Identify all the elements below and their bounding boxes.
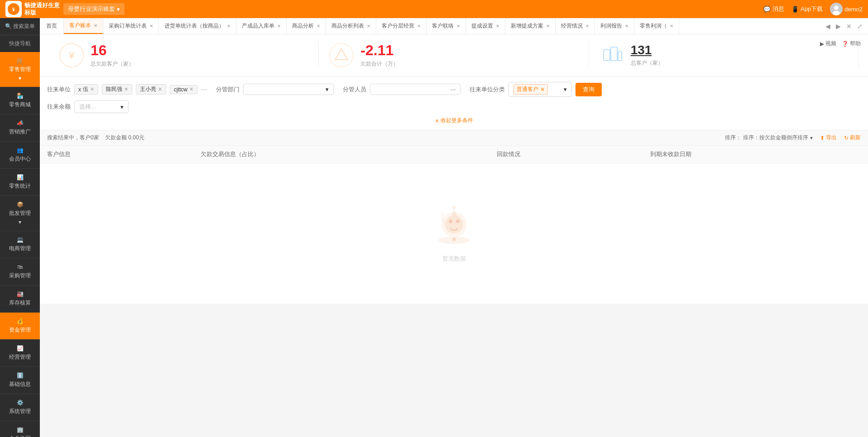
unit-type-selected-tag: 普通客户 ✕ — [513, 84, 548, 95]
tab-retail-profit[interactable]: 零售利润（ ✕ — [634, 18, 679, 34]
export-btn[interactable]: ⬆ 导出 — [820, 134, 837, 142]
tab-profit-report[interactable]: 利润报告 ✕ — [595, 18, 634, 34]
stat-total-debt-customers: 16 — [91, 43, 134, 58]
tab-close-1[interactable]: ✕ — [149, 24, 153, 28]
unit-type-tag-close[interactable]: ✕ — [540, 86, 545, 93]
tab-close-4[interactable]: ✕ — [317, 24, 320, 28]
avatar — [830, 3, 843, 15]
store-select[interactable]: 母婴行业演示账套 ▾ — [63, 3, 125, 15]
tab-close-10[interactable]: ✕ — [585, 24, 589, 28]
tab-product-analysis-list[interactable]: 商品分析列表 ✕ — [326, 18, 376, 34]
home-label: 首页 — [46, 22, 57, 30]
tab-close-11[interactable]: ✕ — [625, 24, 628, 28]
empty-icon — [432, 204, 477, 249]
refresh-icon: ↻ — [844, 135, 849, 141]
tab-home[interactable]: 首页 — [40, 18, 64, 34]
sidebar-item-ecommerce[interactable]: 💻 电商管理 — [0, 231, 40, 258]
unit-type-select[interactable]: 普通客户 ✕ ▾ — [508, 82, 572, 97]
sort-select[interactable]: 排序： 排序：按欠款金额倒序排序 ▾ — [725, 134, 813, 142]
tab-purchase-order-stats[interactable]: 采购订单统计表 ✕ — [103, 18, 159, 34]
empty-text: 暂无数据 — [442, 255, 466, 263]
sidebar-item-purchase-mgmt[interactable]: 🛍 采购管理 — [0, 258, 40, 285]
tab-purchase-stats-product[interactable]: 进货单统计表（按商品） ✕ — [159, 18, 236, 34]
tab-commission-settings[interactable]: 提成设置 ✕ — [466, 18, 505, 34]
sidebar-item-enterprise[interactable]: 🏢 企业协同 — [0, 421, 40, 437]
tab-close-12[interactable]: ✕ — [670, 24, 673, 28]
filter-more-btn[interactable]: ··· — [201, 86, 207, 94]
tab-scroll-right[interactable]: ▶ — [834, 22, 843, 31]
sort-label: 排序： — [725, 134, 741, 142]
collapse-btn[interactable]: ∧ 收起更多条件 — [435, 117, 473, 124]
members-icon: 👥 — [17, 147, 24, 153]
retail-mall-icon: 🏪 — [17, 93, 24, 99]
dropdown-icon: ▾ — [117, 6, 120, 13]
tab-close-8[interactable]: ✕ — [496, 24, 499, 28]
refresh-btn[interactable]: ↻ 刷新 — [844, 134, 861, 142]
tab-business-status[interactable]: 经营情况 ✕ — [556, 18, 595, 34]
marketing-icon: 📣 — [17, 120, 24, 126]
sidebar-item-system-mgmt[interactable]: ⚙️ 系统管理 — [0, 394, 40, 421]
sidebar-item-retail-mgmt[interactable]: 🛒 零售管理 ▾ — [0, 52, 40, 87]
tab-add-commission-plan[interactable]: 新增提成方案 ✕ — [505, 18, 556, 34]
remain-select[interactable]: 选择... ▾ — [74, 100, 129, 113]
sidebar-item-inventory[interactable]: 🏭 库存核算 — [0, 285, 40, 313]
filter-tag-close-3[interactable]: ✕ — [189, 86, 193, 92]
tab-customer-ledger[interactable]: 客户账本 ✕ — [64, 18, 103, 34]
tab-customer-contact[interactable]: 客户联络 ✕ — [427, 18, 466, 34]
system-icon: ⚙️ — [17, 399, 24, 406]
sidebar-item-retail-mall[interactable]: 🏪 零售商城 — [0, 87, 40, 114]
tab-close-7[interactable]: ✕ — [456, 24, 460, 28]
sidebar-item-members[interactable]: 👥 会员中心 — [0, 142, 40, 169]
sidebar-search[interactable]: 🔍 搜索菜单 — [0, 18, 40, 35]
sidebar-item-wholesale-mgmt[interactable]: 📦 批发管理 ▾ — [0, 196, 40, 231]
filter-tag-close-0[interactable]: ✕ — [90, 86, 94, 92]
logo-icon: ¥ — [5, 1, 22, 17]
tab-product-analysis[interactable]: 商品分析 ✕ — [287, 18, 326, 34]
customers-icon: ¥ — [58, 42, 85, 69]
stat-block-debt: -2.11 欠款合计（万） — [319, 42, 589, 69]
sidebar-quick-nav[interactable]: 快捷导航 — [0, 35, 40, 52]
tab-close-all[interactable]: ✕ — [844, 22, 854, 31]
tab-close-6[interactable]: ✕ — [417, 24, 421, 28]
svg-text:¥: ¥ — [68, 50, 75, 61]
sidebar-item-finance[interactable]: 💰 资金管理 — [0, 313, 40, 340]
sidebar-item-business-mgmt[interactable]: 📈 经营管理 — [0, 340, 40, 367]
search-button[interactable]: 查询 — [575, 83, 602, 96]
tab-maximize[interactable]: ⤢ — [855, 22, 864, 31]
stat-block-total-customers: 131 总客户（家） — [589, 42, 859, 69]
tab-product-instock[interactable]: 产成品入库单 ✕ — [236, 18, 287, 34]
app-download-btn[interactable]: 📱 App下载 — [791, 5, 823, 13]
dept-select[interactable]: ▾ — [243, 84, 334, 95]
tab-close-5[interactable]: ✕ — [367, 24, 370, 28]
logo: ¥ 畅捷通好生意 标版 — [5, 1, 60, 17]
tab-close-2[interactable]: ✕ — [227, 24, 230, 28]
ecommerce-icon: 💻 — [17, 237, 24, 243]
tab-customer-layer[interactable]: 客户分层经营 ✕ — [376, 18, 427, 34]
user-menu[interactable]: demo2 — [830, 3, 863, 15]
tab-bar: 首页 客户账本 ✕ 采购订单统计表 ✕ 进货单统计表（按商品） ✕ 产成品入库单… — [40, 18, 868, 34]
filter-tag-close-2[interactable]: ✕ — [158, 86, 162, 92]
sidebar-item-retail-stats[interactable]: 📊 零售统计 — [0, 169, 40, 196]
retail-stats-icon: 📊 — [17, 174, 24, 180]
help-btn[interactable]: ❓ 帮助 — [842, 40, 861, 48]
tab-close-9[interactable]: ✕ — [546, 24, 550, 28]
unit-type-dropdown-icon: ▾ — [564, 86, 567, 93]
page-content: ¥ 16 总欠款客户（家） — [40, 34, 868, 437]
tab-scroll-left[interactable]: ◀ — [824, 22, 832, 31]
video-btn[interactable]: ▶ 视频 — [820, 40, 836, 48]
store-name: 母婴行业演示账套 — [68, 5, 115, 13]
stat-label-3: 总客户（家） — [631, 59, 663, 67]
svg-rect-10 — [611, 47, 617, 61]
person-more-btn[interactable]: ··· — [451, 86, 456, 93]
sort-dropdown-icon: ▾ — [810, 135, 813, 141]
total-customers-icon — [598, 42, 625, 69]
download-icon: 📱 — [791, 6, 799, 13]
sidebar-item-basic-info[interactable]: ℹ️ 基础信息 — [0, 367, 40, 394]
collapse-icon: ∧ — [435, 118, 439, 124]
tab-close-3[interactable]: ✕ — [277, 24, 281, 28]
filter-tag-close-1[interactable]: ✕ — [124, 86, 128, 92]
message-btn[interactable]: 💬 消息 — [763, 5, 784, 13]
sidebar-item-marketing[interactable]: 📣 营销推广 — [0, 114, 40, 142]
tab-close-0[interactable]: ✕ — [94, 23, 97, 28]
person-select[interactable]: ··· — [370, 84, 460, 95]
